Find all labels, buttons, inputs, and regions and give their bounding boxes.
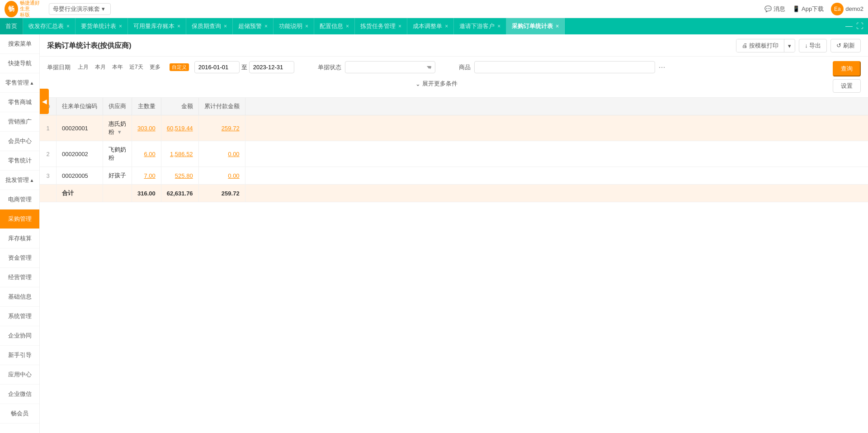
footer-paid: 259.72	[198, 185, 245, 202]
tab-6[interactable]: 功能说明 ×	[274, 18, 314, 34]
app-download-btn[interactable]: 📱 App下载	[793, 5, 824, 13]
sidebar-item-member2[interactable]: 畅会员	[0, 404, 39, 423]
message-btn[interactable]: 💬 消息	[764, 5, 785, 13]
data-table: ⚙ 往来单位编码 供应商 主数量	[40, 98, 868, 202]
tab-4[interactable]: 保质期查询 ×	[186, 18, 233, 34]
print-dropdown-btn[interactable]: ▾	[784, 40, 795, 52]
sidebar-item-search[interactable]: 搜索菜单	[0, 34, 39, 54]
tab-11[interactable]: 采购订单统计表 ×	[506, 18, 565, 34]
sidebar-item-finance[interactable]: 资金管理	[0, 248, 39, 268]
goods-more-btn[interactable]: ···	[659, 62, 665, 72]
top-bar: 畅 畅捷通好生意 标版 母婴行业演示账套 ▾ 💬 消息 📱 App下载 Ea d…	[0, 0, 868, 18]
expand-row: ⌄ 展开更多条件	[47, 77, 826, 90]
row-amount[interactable]: 525.80	[161, 167, 198, 185]
sidebar-item-ecommerce[interactable]: 电商管理	[0, 190, 39, 209]
row-paid[interactable]: 259.72	[198, 115, 245, 141]
close-icon[interactable]: ×	[66, 23, 70, 29]
settings-filter-btn[interactable]: 设置	[833, 79, 861, 93]
close-icon[interactable]: ×	[264, 23, 268, 29]
tab-2[interactable]: 要货单统计表 ×	[75, 18, 128, 34]
workspace-selector[interactable]: 母婴行业演示账套 ▾	[49, 3, 111, 15]
row-qty[interactable]: 303.00	[132, 115, 161, 141]
refresh-btn[interactable]: ↺ 刷新	[830, 39, 861, 52]
user-area[interactable]: Ea demo2	[831, 3, 863, 15]
row-index: 1	[40, 115, 57, 141]
row-supplier: 好孩子	[103, 167, 132, 185]
row-paid[interactable]: 0.00	[198, 167, 245, 185]
date-custom-badge: 自定义	[170, 63, 189, 71]
expand-icon[interactable]: ▾	[118, 128, 121, 135]
sidebar-item-wholesale[interactable]: 批发管理 ▲	[0, 171, 39, 190]
sidebar-item-guide[interactable]: 新手引导	[0, 346, 39, 365]
close-icon[interactable]: ×	[119, 23, 122, 29]
close-icon[interactable]: ×	[224, 23, 227, 29]
tab-9[interactable]: 成本调整单 ×	[407, 18, 454, 34]
sidebar-item-inventory[interactable]: 库存核算	[0, 229, 39, 248]
close-icon[interactable]: ×	[445, 23, 448, 29]
date-shortcut-7days[interactable]: 近7天	[127, 62, 145, 72]
expand-more-btn[interactable]: ⌄ 展开更多条件	[413, 77, 460, 90]
tab-10[interactable]: 邀请下游客户 ×	[454, 18, 506, 34]
print-btn[interactable]: 🖨 按模板打印	[736, 39, 785, 52]
row-code: 00020002	[57, 141, 103, 167]
footer-supplier	[103, 185, 132, 202]
goods-input[interactable]	[474, 61, 655, 73]
search-btn[interactable]: 查询	[833, 61, 861, 76]
row-paid[interactable]: 0.00	[198, 141, 245, 167]
date-shortcut-this-month[interactable]: 本月	[93, 62, 108, 72]
tab-1[interactable]: 收发存汇总表 ×	[23, 18, 75, 34]
sidebar-collapse-btn[interactable]: ◀	[40, 89, 49, 114]
table-area: ⚙ 往来单位编码 供应商 主数量	[40, 98, 868, 202]
filter-row-1: 单据日期 上月 本月 本年 近7天 更多 自定义 至	[47, 61, 826, 73]
sidebar-item-system[interactable]: 系统管理	[0, 307, 39, 326]
row-amount[interactable]: 1,586.52	[161, 141, 198, 167]
footer-amount: 62,631.76	[161, 185, 198, 202]
row-extra	[245, 115, 868, 141]
logo-text: 畅捷通好生意 标版	[20, 0, 44, 18]
status-label: 单据状态	[318, 63, 341, 71]
tab-5[interactable]: 超储预警 ×	[233, 18, 274, 34]
sidebar-item-retail-mall[interactable]: 零售商城	[0, 93, 39, 112]
layout: ◀ 搜索菜单 快捷导航 零售管理 ▲ 零售商城 营销推广 会员中心 零售统计 批…	[0, 34, 868, 433]
sidebar-item-retail-stats[interactable]: 零售统计	[0, 151, 39, 171]
sidebar-item-app-center[interactable]: 应用中心	[0, 365, 39, 385]
row-qty[interactable]: 6.00	[132, 141, 161, 167]
goods-label: 商品	[459, 63, 471, 71]
sidebar-item-member[interactable]: 会员中心	[0, 132, 39, 151]
table-row: 3 00020005 好孩子 7.00	[40, 167, 868, 185]
close-icon[interactable]: ×	[398, 23, 401, 29]
close-icon[interactable]: ×	[305, 23, 308, 29]
sidebar-item-basic-info[interactable]: 基础信息	[0, 287, 39, 307]
close-icon[interactable]: ×	[497, 23, 500, 29]
th-code: 往来单位编码	[57, 98, 103, 115]
sidebar-item-retail-mgmt[interactable]: 零售管理 ▲	[0, 73, 39, 93]
row-qty[interactable]: 7.00	[132, 167, 161, 185]
th-extra	[245, 98, 868, 115]
export-btn[interactable]: ↓ 导出	[799, 39, 827, 52]
status-select[interactable]	[345, 61, 435, 73]
sidebar-item-enterprise[interactable]: 企业协同	[0, 326, 39, 346]
close-icon[interactable]: ×	[346, 23, 349, 29]
maximize-icon[interactable]: ⛶	[856, 22, 863, 30]
tab-home[interactable]: 首页	[0, 18, 23, 34]
tab-8[interactable]: 拣货任务管理 ×	[355, 18, 407, 34]
date-shortcut-last-month[interactable]: 上月	[76, 62, 90, 72]
sidebar-item-marketing[interactable]: 营销推广	[0, 112, 39, 132]
header-buttons: 🖨 按模板打印 ▾ ↓ 导出 ↺ 刷新	[736, 39, 861, 52]
date-shortcut-more[interactable]: 更多	[148, 62, 162, 72]
tab-7[interactable]: 配置信息 ×	[314, 18, 355, 34]
close-icon[interactable]: ×	[556, 23, 559, 29]
minimize-icon[interactable]: —	[845, 22, 853, 30]
page-title: 采购订单统计表(按供应商)	[47, 41, 132, 51]
sidebar-item-operations[interactable]: 经营管理	[0, 268, 39, 287]
refresh-icon: ↺	[836, 42, 841, 49]
sidebar-item-purchase[interactable]: 采购管理	[0, 209, 39, 229]
tab-3[interactable]: 可用量库存账本 ×	[128, 18, 186, 34]
date-shortcut-this-year[interactable]: 本年	[110, 62, 125, 72]
date-to-input[interactable]	[249, 61, 294, 73]
close-icon[interactable]: ×	[177, 23, 180, 29]
sidebar-item-wechat[interactable]: 企业微信	[0, 385, 39, 404]
sidebar-item-quick-nav[interactable]: 快捷导航	[0, 54, 39, 73]
date-from-input[interactable]	[194, 61, 240, 73]
row-amount[interactable]: 60,519.44	[161, 115, 198, 141]
